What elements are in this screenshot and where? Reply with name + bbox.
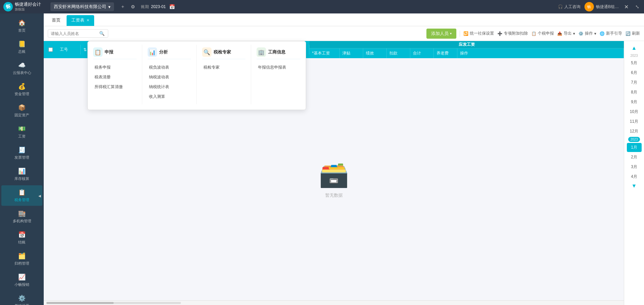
sidebar-label-home: 首页 xyxy=(18,28,26,33)
sidebar-item-cloud[interactable]: ☁️ 云报表中心 xyxy=(1,58,42,79)
dropdown-grid: 📋 申报 税务申报 税表清册 所得税汇算清缴 xyxy=(88,45,306,104)
sort-icon: ⇅ xyxy=(83,47,87,52)
sidebar-item-funds[interactable]: 💰 资金管理 xyxy=(1,79,42,100)
toolbar-special-deduction[interactable]: ➕ 专项附加扣除 xyxy=(497,31,528,36)
guide-action-icon: 🌐 xyxy=(600,31,605,36)
item-tax-fluctuation[interactable]: 税负波动表 xyxy=(148,63,191,72)
month-3[interactable]: 3月 xyxy=(627,162,642,171)
sidebar-item-close[interactable]: 📅 结账 xyxy=(1,228,42,248)
fenxi-title: 分析 xyxy=(159,49,168,55)
month-7[interactable]: 7月 xyxy=(627,78,642,87)
dropdown-section-fenxi: 📊 分析 税负波动表 纳税波动表 纳税统计表 收入测算 xyxy=(142,45,197,104)
headset-icon: 🎧 xyxy=(558,4,563,9)
item-tax-payment-fluctuation[interactable]: 纳税波动表 xyxy=(148,72,191,82)
sidebar-item-ledger[interactable]: 📒 总账 xyxy=(1,37,42,58)
main-layout: 🏠 首页 📒 总账 ☁️ 云报表中心 💰 资金管理 📦 固定资产 💵 工资 🧾 … xyxy=(0,13,644,305)
year-badge-2023[interactable]: 2023 xyxy=(628,137,640,142)
toolbar-separator-1 xyxy=(460,31,460,37)
settings-icon[interactable]: ⚙ xyxy=(129,3,137,11)
th-checkbox[interactable] xyxy=(44,47,57,52)
horizontal-scrollbar[interactable] xyxy=(44,300,624,305)
shuijian-title: 税检专家 xyxy=(214,49,231,55)
section-header-shenbao: 📋 申报 xyxy=(93,47,137,59)
month-5[interactable]: 5月 xyxy=(627,59,642,68)
calendar-icon[interactable]: 📅 xyxy=(168,3,176,11)
sidebar-item-tax[interactable]: 📋 税务管理 ◀ xyxy=(1,185,42,206)
sidebar-item-inventory[interactable]: 📊 库存核算 xyxy=(1,164,42,185)
add-person-button[interactable]: 添加人员 ▾ xyxy=(426,29,456,39)
toolbar-export[interactable]: 📤 导出 ▾ xyxy=(557,31,575,36)
month-10[interactable]: 10月 xyxy=(627,107,642,116)
home-icon: 🏠 xyxy=(18,19,26,27)
maximize-button[interactable]: ⤡ xyxy=(634,3,641,11)
item-income-tax-settlement[interactable]: 所得税汇算清缴 xyxy=(93,82,137,92)
sidebar-item-multi[interactable]: 🏬 多机构管理 xyxy=(1,206,42,227)
sidebar-item-report[interactable]: 📈 小畅报销 xyxy=(1,270,42,291)
month-2[interactable]: 2月 xyxy=(627,153,642,162)
search-icon: 🔍 xyxy=(99,31,105,36)
item-tax-payment-stats[interactable]: 纳税统计表 xyxy=(148,82,191,92)
app-sub: 旗舰版 xyxy=(15,7,41,12)
th-base-salary: *基本工资 xyxy=(309,48,340,58)
toolbar-refresh[interactable]: 🔄 刷新 xyxy=(626,31,640,36)
month-12[interactable]: 12月 xyxy=(627,127,642,136)
search-input[interactable] xyxy=(51,31,98,36)
month-1-active[interactable]: 1月 xyxy=(627,143,642,152)
sidebar-label-assets: 固定资产 xyxy=(14,113,29,118)
report-icon: 📈 xyxy=(18,273,26,281)
app-logo: 畅 畅捷通好会计 旗舰版 xyxy=(3,2,47,12)
item-tax-declaration[interactable]: 税务申报 xyxy=(93,63,137,72)
sidebar-item-home[interactable]: 🏠 首页 xyxy=(1,16,42,36)
search-box[interactable]: 🔍 xyxy=(48,29,108,38)
period-area: 账期 2023-01 📅 xyxy=(141,3,176,11)
year-section-2023: 2023 5月 6月 7月 8月 9月 10月 11月 12月 xyxy=(624,52,644,136)
month-11[interactable]: 11月 xyxy=(627,117,642,126)
sidebar-item-salary[interactable]: 💵 工资 xyxy=(1,122,42,142)
scrollbar-thumb[interactable] xyxy=(46,302,114,304)
operations-icon: ⚙️ xyxy=(578,31,583,36)
sidebar-label-close: 结账 xyxy=(18,240,26,245)
sidebar-item-archive[interactable]: 🗂️ 归档管理 xyxy=(1,249,42,269)
sidebar-item-invoice[interactable]: 🧾 发票管理 xyxy=(1,143,42,163)
month-6[interactable]: 6月 xyxy=(627,68,642,77)
month-9[interactable]: 9月 xyxy=(627,98,642,107)
salary-icon: 💵 xyxy=(18,125,26,132)
add-icon[interactable]: ＋ xyxy=(119,3,127,11)
sidebar-label-ledger: 总账 xyxy=(18,49,26,54)
top-bar-actions: 🎧 人工咨询 畅 畅捷通B组… ✕ ⤡ xyxy=(558,2,641,11)
user-menu[interactable]: 畅 畅捷通B组… xyxy=(584,2,619,11)
calendar-nav-up[interactable]: ▲ xyxy=(630,44,638,52)
sidebar-item-basic[interactable]: ⚙️ 基础设置 xyxy=(1,291,42,305)
header-checkbox[interactable] xyxy=(48,47,53,52)
calendar-nav-down[interactable]: ▼ xyxy=(630,182,638,190)
sidebar-label-inventory: 库存核算 xyxy=(14,176,29,181)
tax-report-icon: 📋 xyxy=(531,31,536,36)
close-button[interactable]: ✕ xyxy=(623,2,630,11)
sidebar-item-assets[interactable]: 📦 固定资产 xyxy=(1,101,42,121)
sidebar-arrow-tax: ◀ xyxy=(38,194,41,197)
item-tax-table[interactable]: 税表清册 xyxy=(93,72,137,82)
section-header-gongshang: 🏢 工商信息 xyxy=(257,47,300,59)
ledger-icon: 📒 xyxy=(18,40,26,48)
toolbar-tax-report[interactable]: 📋 个税申报 xyxy=(531,31,554,36)
basic-icon: ⚙️ xyxy=(18,295,26,302)
toolbar-guide[interactable]: 🌐 新手引导 xyxy=(600,31,622,36)
sidebar-label-report: 小畅报销 xyxy=(14,282,29,287)
toolbar-social-insurance[interactable]: 🔁 统一社保设置 xyxy=(463,31,494,36)
toolbar-operations-label: 操作 xyxy=(585,31,593,36)
month-4[interactable]: 4月 xyxy=(627,172,642,181)
service-button[interactable]: 🎧 人工咨询 xyxy=(558,4,580,10)
tab-home[interactable]: 首页 xyxy=(47,15,65,26)
dropdown-section-gongshang: 🏢 工商信息 年报信息申报表 xyxy=(251,45,306,104)
tab-close-icon[interactable]: ✕ xyxy=(86,18,89,23)
no-data-illustration: 🗃️ xyxy=(319,160,349,189)
tab-salary[interactable]: 工资表 ✕ xyxy=(67,15,94,26)
company-selector[interactable]: 西安虾米网络科技有限公司 ▾ xyxy=(50,2,114,11)
period-label: 账期 xyxy=(141,4,149,10)
item-annual-report[interactable]: 年报信息申报表 xyxy=(257,63,300,72)
toolbar-operations[interactable]: ⚙️ 操作 ▾ xyxy=(578,31,596,36)
item-tax-inspector[interactable]: 税检专家 xyxy=(202,63,245,72)
item-income-estimate[interactable]: 收入测算 xyxy=(148,92,191,102)
month-8[interactable]: 8月 xyxy=(627,88,642,97)
social-icon: 🔁 xyxy=(463,31,468,36)
